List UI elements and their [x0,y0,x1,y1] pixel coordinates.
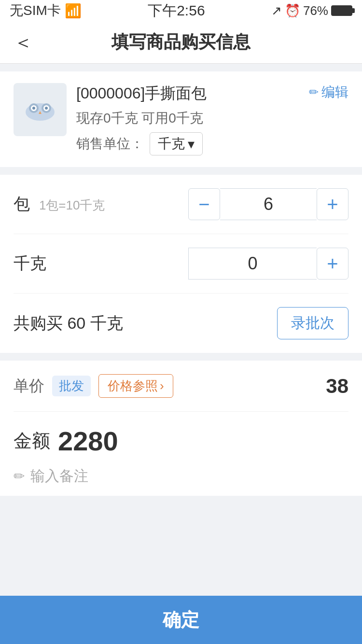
product-unit: 销售单位： 千克 ▾ [76,132,348,155]
bag-quantity-control: − + [188,188,348,220]
status-time: 下午2:56 [148,1,205,21]
svg-point-5 [32,107,35,110]
bag-label-main: 包 [14,195,30,213]
wifi-icon: 📶 [65,3,82,19]
product-card: [0000006]手撕面包 现存0千克 可用0千克 销售单位： 千克 ▾ ✏ 编… [0,71,362,167]
bag-label-sub: 1包=10千克 [39,198,105,212]
bag-quantity-input[interactable] [220,188,317,220]
price-value: 38 [181,375,348,398]
kg-quantity-row: 千克 + [14,234,348,294]
pencil-icon: ✏ [14,468,25,484]
product-name: [0000006]手撕面包 [76,83,348,104]
kg-label-main: 千克 [14,254,46,272]
price-section: 单价 批发 价格参照 › 38 [0,361,362,412]
back-button[interactable]: ＜ [14,29,33,56]
product-image [14,83,67,136]
price-row: 单价 批发 价格参照 › 38 [14,374,348,412]
price-ref-arrow: › [160,378,164,393]
battery-percent: 76% [303,3,328,18]
bag-label: 包 1包=10千克 [14,193,188,215]
amount-section: 金额 2280 ✏ 输入备注 [0,412,362,496]
svg-point-6 [45,107,48,110]
product-info: [0000006]手撕面包 现存0千克 可用0千克 销售单位： 千克 ▾ [76,83,348,155]
status-left: 无SIM卡 📶 [10,1,82,20]
kg-label: 千克 [14,252,188,275]
amount-value: 2280 [58,425,118,457]
remark-row[interactable]: ✏ 输入备注 [14,466,348,486]
price-reference-button[interactable]: 价格参照 › [98,374,173,398]
remark-label: 输入备注 [30,466,88,486]
kg-quantity-control: + [188,248,348,280]
price-tag: 批发 [52,376,91,396]
edit-label: 编辑 [321,83,348,101]
kg-quantity-input[interactable] [188,248,317,280]
alarm-icon: ⏰ [285,3,300,18]
location-icon: ↗ [271,3,282,18]
status-right: ↗ ⏰ 76% [271,3,352,18]
total-label: 共购买 [14,314,63,332]
price-label: 单价 [14,376,44,397]
batch-button[interactable]: 录批次 [277,307,348,339]
bag-plus-button[interactable]: + [317,188,348,220]
battery-icon [331,5,352,16]
edit-button[interactable]: ✏ 编辑 [309,83,348,101]
unit-dropdown-icon: ▾ [188,136,195,152]
edit-icon: ✏ [309,85,319,99]
unit-select[interactable]: 千克 ▾ [150,132,203,155]
kg-plus-button[interactable]: + [317,248,348,280]
unit-label: 销售单位： [76,135,144,153]
nav-bar: ＜ 填写商品购买信息 [0,21,362,64]
product-stock: 现存0千克 可用0千克 [76,109,348,127]
amount-row: 金额 2280 [14,425,348,457]
quantity-section: 包 1包=10千克 − + 千克 + 共购买 60 千克 [0,175,362,353]
total-row: 共购买 60 千克 录批次 [14,294,348,353]
total-value: 60 [67,314,90,332]
bag-quantity-row: 包 1包=10千克 − + [14,175,348,234]
price-ref-label: 价格参照 [108,378,158,394]
amount-label: 金额 [14,429,50,453]
bag-minus-button[interactable]: − [188,188,220,220]
total-unit: 千克 [90,314,123,332]
page-title: 填写商品购买信息 [111,30,251,54]
status-bar: 无SIM卡 📶 下午2:56 ↗ ⏰ 76% [0,0,362,21]
unit-value: 千克 [158,135,185,153]
confirm-button[interactable]: 确定 [0,596,362,644]
total-text: 共购买 60 千克 [14,312,277,335]
carrier-label: 无SIM卡 [10,1,61,20]
